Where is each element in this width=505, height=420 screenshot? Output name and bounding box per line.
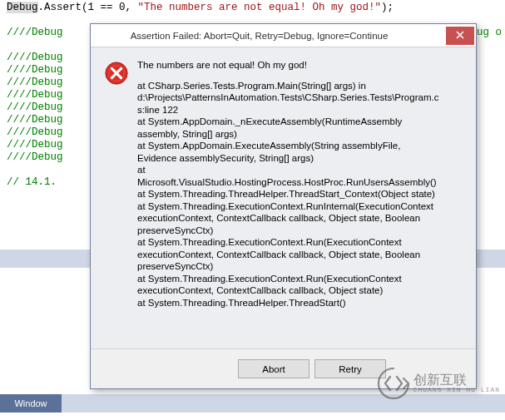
abort-button[interactable]: Abort [238, 359, 309, 378]
debug-symbol: Debug [7, 2, 38, 13]
stack-trace: at CSharp.Series.Tests.Program.Main(Stri… [137, 80, 463, 309]
dialog-message: The numbers are not equal! Oh my god! at… [132, 59, 463, 345]
error-icon [104, 59, 132, 345]
dialog-titlebar[interactable]: Assertion Failed: Abort=Quit, Retry=Debu… [91, 24, 476, 47]
close-icon [456, 30, 464, 42]
watermark-sub: CHUANG XIN HU LIAN [413, 386, 500, 393]
dialog-title: Assertion Failed: Abort=Quit, Retry=Debu… [97, 31, 446, 41]
dialog-body: The numbers are not equal! Oh my god! at… [91, 47, 476, 348]
panel-tab-window[interactable]: Window [0, 394, 62, 413]
close-button[interactable] [446, 27, 474, 45]
code-line: Debug.Assert(1 == 0, "The numbers are no… [7, 2, 498, 14]
watermark-brand: 创新互联 [413, 374, 500, 386]
assertion-headline: The numbers are not equal! Oh my god! [137, 59, 463, 72]
assertion-dialog: Assertion Failed: Abort=Quit, Retry=Debu… [90, 23, 477, 389]
watermark-logo: 创新互联 CHUANG XIN HU LIAN [374, 363, 500, 403]
